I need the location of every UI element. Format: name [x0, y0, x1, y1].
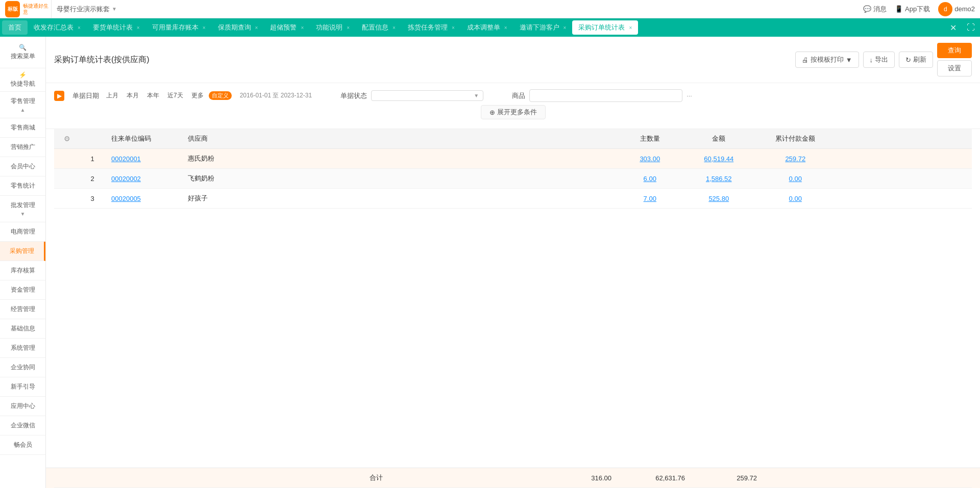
workspace-selector[interactable]: 母婴行业演示账套 ▼	[51, 0, 122, 18]
tab-baozhiqi-close[interactable]: ×	[255, 25, 258, 31]
sidebar-item-jichuxinxi[interactable]: 基础信息	[0, 319, 45, 339]
tab-baozhiqi[interactable]: 保质期查询 ×	[212, 20, 264, 35]
th-settings[interactable]: ⚙	[54, 129, 80, 149]
quick-nav-btn[interactable]: ⚡ 快捷导航	[0, 68, 45, 92]
td-qty-2[interactable]: 6.00	[619, 169, 680, 189]
settings-btn[interactable]: 设置	[937, 60, 972, 76]
sidebar-item-qiyeweixin[interactable]: 企业微信	[0, 416, 45, 435]
tab-yaohuo[interactable]: 要货单统计表 ×	[87, 20, 146, 35]
goods-filter-input[interactable]	[529, 89, 682, 102]
sidebar-item-qiyexietong[interactable]: 企业协同	[0, 358, 45, 377]
sidebar-item-yingyongzh[interactable]: 应用中心	[0, 397, 45, 416]
sidebar-item-pifaguan[interactable]: 批发管理 ▼	[0, 196, 45, 222]
tab-caigou-label: 采购订单统计表	[578, 23, 625, 32]
search-menu-btn[interactable]: 🔍 搜索菜单	[4, 41, 41, 64]
sidebar-item-xinshouyindao[interactable]: 新手引导	[0, 377, 45, 397]
tab-yaohuo-close[interactable]: ×	[137, 25, 140, 31]
sidebar-item-jingyingguan[interactable]: 经营管理	[0, 300, 45, 319]
sidebar-item-zijinguan[interactable]: 资金管理	[0, 280, 45, 300]
td-check-2	[54, 169, 80, 189]
custom-badge: 自定义	[209, 91, 232, 100]
td-paid-1[interactable]: 259.72	[757, 149, 834, 169]
tab-close-all-icon[interactable]: ✕	[947, 22, 960, 34]
td-amount-3[interactable]: 525.80	[680, 189, 757, 209]
total-amount-cell: 62,631.76	[632, 468, 708, 488]
sidebar-item-yingxiao[interactable]: 营销推广	[0, 138, 45, 157]
sidebar-item-xitonguan-label: 系统管理	[11, 344, 35, 352]
td-qty-3[interactable]: 7.00	[619, 189, 680, 209]
data-table: ⚙ 往来单位编码 供应商 主数量 金额 累计付款金额 1	[54, 129, 972, 209]
tab-paihuorenwu[interactable]: 拣货任务管理 ×	[402, 20, 461, 35]
tab-chaochuyujing-close[interactable]: ×	[301, 25, 304, 31]
top-right-area: 💬 消息 📱 App下载 d demo2	[863, 2, 975, 16]
print-btn[interactable]: 🖨 按模板打印 ▼	[795, 52, 859, 68]
table-settings-icon[interactable]: ⚙	[64, 135, 70, 143]
nav-tabs: 首页 收发存汇总表 × 要货单统计表 × 可用量库存账本 × 保质期查询 × 超…	[0, 18, 980, 37]
user-area[interactable]: d demo2	[938, 2, 975, 16]
export-btn[interactable]: ↓ 导出	[863, 52, 895, 68]
message-btn[interactable]: 💬 消息	[863, 5, 887, 14]
date-shortcut-last-month[interactable]: 上月	[103, 90, 121, 101]
status-select[interactable]: ▼	[371, 90, 483, 101]
tab-maximize-icon[interactable]: ⛶	[964, 22, 978, 33]
table-container: ⚙ 往来单位编码 供应商 主数量 金额 累计付款金额 1	[46, 129, 980, 468]
goods-more-icon[interactable]: ···	[687, 92, 692, 99]
query-btn[interactable]: 查询	[937, 43, 972, 58]
sidebar-item-xinshouyindao-label: 新手引导	[11, 382, 35, 391]
sidebar-item-huiyuan[interactable]: 会员中心	[0, 157, 45, 176]
tab-paihuorenwu-close[interactable]: ×	[452, 25, 455, 31]
tab-chengbentiaoz-close[interactable]: ×	[504, 25, 507, 31]
td-code-3[interactable]: 00020005	[105, 189, 182, 209]
sidebar-item-lingshoutj[interactable]: 零售统计	[0, 176, 45, 196]
tab-gongneng-close[interactable]: ×	[347, 25, 350, 31]
date-shortcut-7days[interactable]: 近7天	[164, 90, 186, 101]
sidebar-item-lingshous[interactable]: 零售商城	[0, 118, 45, 138]
expand-more-btn[interactable]: ⊕ 展开更多条件	[481, 105, 546, 119]
table-row[interactable]: 2 00020002 飞鹤奶粉 6.00 1,586.52 0.00	[54, 169, 972, 189]
tab-caigou-close[interactable]: ×	[629, 25, 632, 31]
td-code-2[interactable]: 00020002	[105, 169, 182, 189]
tab-yaoqingxiayou-close[interactable]: ×	[564, 25, 567, 31]
sidebar-item-xitonguan[interactable]: 系统管理	[0, 339, 45, 358]
date-shortcut-this-year[interactable]: 本年	[144, 90, 162, 101]
tab-keyong[interactable]: 可用量库存账本 ×	[146, 20, 212, 35]
date-shortcut-more[interactable]: 更多	[188, 90, 207, 101]
sidebar-item-dianshang[interactable]: 电商管理	[0, 222, 45, 242]
sidebar-item-lingshouguan[interactable]: 零售管理 ▲	[0, 92, 45, 118]
tab-yaoqingxiayou[interactable]: 邀请下游客户 ×	[513, 20, 573, 35]
tab-peizhi-close[interactable]: ×	[393, 25, 396, 31]
sidebar-item-changhui-label: 畅会员	[14, 441, 32, 449]
sidebar-item-caigouguan[interactable]: 采购管理	[0, 242, 45, 261]
refresh-icon: ↻	[905, 56, 911, 64]
td-qty-1[interactable]: 303.00	[619, 149, 680, 169]
td-code-1[interactable]: 00020001	[105, 149, 182, 169]
tab-keyong-close[interactable]: ×	[203, 25, 206, 31]
table-row[interactable]: 1 00020001 惠氏奶粉 303.00 60,519.44 259.72	[54, 149, 972, 169]
tab-shoufahu[interactable]: 收发存汇总表 ×	[28, 20, 87, 35]
sidebar-search-area: 🔍 搜索菜单	[0, 37, 45, 68]
tab-caigou[interactable]: 采购订单统计表 ×	[572, 20, 638, 35]
tab-chengbentiaoz[interactable]: 成本调整单 ×	[461, 20, 513, 35]
date-shortcut-this-month[interactable]: 本月	[124, 90, 142, 101]
total-code-cell	[105, 468, 182, 488]
td-amount-1[interactable]: 60,519.44	[680, 149, 757, 169]
avatar: d	[938, 2, 952, 16]
td-amount-2[interactable]: 1,586.52	[680, 169, 757, 189]
table-row[interactable]: 3 00020005 好孩子 7.00 525.80 0.00	[54, 189, 972, 209]
logo-abbr: 标版	[8, 6, 18, 13]
quick-nav-label: 快捷导航	[11, 80, 35, 88]
sidebar-item-changhui[interactable]: 畅会员	[0, 435, 45, 455]
sidebar: 🔍 搜索菜单 ⚡ 快捷导航 零售管理 ▲ 零售商城 营销推广 会员中心 零售统计…	[0, 37, 46, 488]
filter-expand-btn[interactable]: ▶	[54, 91, 64, 101]
tab-gongneng[interactable]: 功能说明 ×	[310, 20, 356, 35]
td-paid-2[interactable]: 0.00	[757, 169, 834, 189]
refresh-btn[interactable]: ↻ 刷新	[899, 52, 933, 68]
page-header: 采购订单统计表(按供应商) 🖨 按模板打印 ▼ ↓ 导出 ↻ 刷新 查询 设置	[46, 37, 980, 83]
tab-home[interactable]: 首页	[2, 20, 28, 35]
tab-chaochuyujing[interactable]: 超储预警 ×	[264, 20, 310, 35]
td-paid-3[interactable]: 0.00	[757, 189, 834, 209]
sidebar-item-kucunhesu[interactable]: 库存核算	[0, 261, 45, 280]
tab-shoufahu-close[interactable]: ×	[78, 25, 81, 31]
app-download-btn[interactable]: 📱 App下载	[895, 5, 930, 14]
tab-peizhi[interactable]: 配置信息 ×	[356, 20, 402, 35]
